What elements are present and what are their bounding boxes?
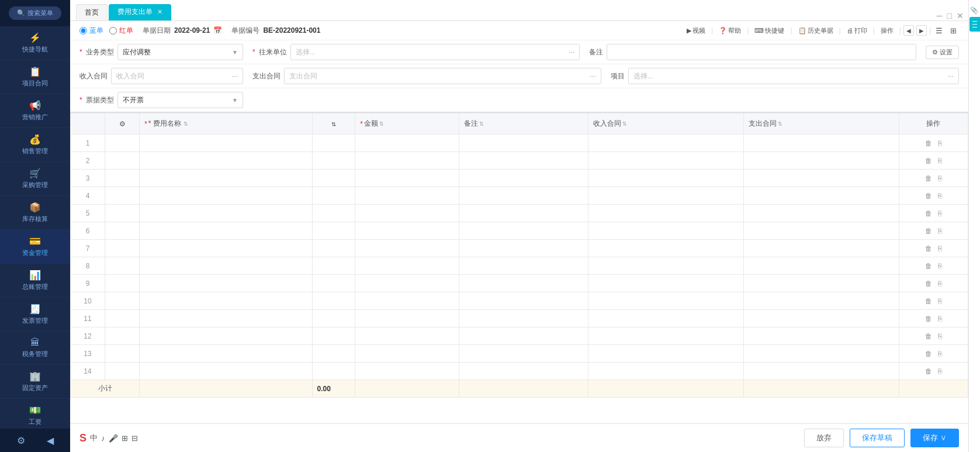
expense-contract-input[interactable]: 支出合同 ··· — [284, 68, 601, 84]
window-close-btn[interactable]: ✕ — [957, 11, 964, 20]
row-delete-btn[interactable]: 🗑 — [925, 209, 932, 218]
row-delete-btn[interactable]: 🗑 — [925, 297, 932, 305]
save-draft-button[interactable]: 保存草稿 — [850, 429, 905, 447]
print-btn[interactable]: 🖨 打印 — [843, 25, 871, 36]
minus-grid-icon[interactable]: ⊟ — [131, 434, 138, 443]
table-row[interactable]: 10 🗑 ⎘ — [71, 292, 968, 310]
sidebar-item-quick-nav[interactable]: ⚡ 快捷导航 — [0, 26, 70, 60]
search-menu[interactable]: 🔍 搜索菜单 — [9, 6, 61, 20]
radio-red[interactable]: 红单 — [109, 26, 133, 36]
row-copy-btn[interactable]: ⎘ — [938, 367, 942, 375]
row-delete-btn[interactable]: 🗑 — [925, 157, 932, 165]
table-row[interactable]: 6 🗑 ⎘ — [71, 222, 968, 240]
settings-btn[interactable]: ⚙ 设置 — [926, 46, 959, 59]
history-btn[interactable]: 📋 历史单据 — [795, 25, 837, 36]
tab-expense[interactable]: 费用支出单 ✕ — [109, 4, 171, 20]
tab-home[interactable]: 首页 — [76, 4, 108, 20]
th-settings[interactable]: ⚙ — [105, 113, 140, 134]
sidebar-item-fixed-assets[interactable]: 🏢 固定资产 — [0, 365, 70, 399]
row-delete-btn[interactable]: 🗑 — [925, 280, 932, 288]
shortcut-btn[interactable]: ⌨ 快捷键 — [751, 25, 788, 36]
table-row[interactable]: 14 🗑 ⎘ — [71, 363, 968, 380]
row-copy-btn[interactable]: ⎘ — [938, 174, 942, 182]
sidebar-item-sales[interactable]: 💰 销售管理 — [0, 128, 70, 162]
row-copy-btn[interactable]: ⎘ — [938, 139, 942, 147]
table-row[interactable]: 9 🗑 ⎘ — [71, 275, 968, 292]
table-row[interactable]: 7 🗑 ⎘ — [71, 240, 968, 257]
window-minimize-btn[interactable]: ─ — [937, 11, 943, 20]
window-maximize-btn[interactable]: □ — [947, 11, 952, 20]
table-row[interactable]: 8 🗑 ⎘ — [71, 257, 968, 275]
table-row[interactable]: 13 🗑 ⎘ — [71, 345, 968, 363]
sidebar-item-tax[interactable]: 🏛 税务管理 — [0, 332, 70, 365]
table-row[interactable]: 12 🗑 ⎘ — [71, 327, 968, 345]
th-income-contract[interactable]: 收入合同 ⇅ — [588, 113, 744, 134]
row-delete-btn[interactable]: 🗑 — [925, 350, 932, 358]
row-copy-btn[interactable]: ⎘ — [938, 262, 942, 270]
project-input[interactable]: 选择... ··· — [628, 68, 960, 84]
sidebar-item-payroll[interactable]: 💵 工资 — [0, 399, 70, 429]
row-delete-btn[interactable]: 🗑 — [925, 262, 932, 270]
table-row[interactable]: 4 🗑 ⎘ — [71, 187, 968, 205]
sidebar-item-ledger[interactable]: 📊 总账管理 — [0, 264, 70, 298]
th-name[interactable]: * * 费用名称 ⇅ — [140, 113, 312, 134]
sidebar-item-marketing[interactable]: 📢 营销推广 — [0, 94, 70, 128]
table-row[interactable]: 11 🗑 ⎘ — [71, 310, 968, 327]
right-cyan-btn[interactable] — [969, 17, 980, 32]
row-delete-btn[interactable]: 🗑 — [925, 332, 932, 340]
row-delete-btn[interactable]: 🗑 — [925, 139, 932, 147]
help-btn[interactable]: ❓ 帮助 — [715, 25, 744, 36]
biz-type-select[interactable]: 应付调整 ▼ — [117, 44, 243, 60]
video-btn[interactable]: ▶ 视频 — [683, 25, 709, 36]
sidebar-item-purchase[interactable]: 🛒 采购管理 — [0, 162, 70, 196]
nav-prev-btn[interactable]: ◀ — [903, 25, 914, 36]
right-attach-icon[interactable]: 📎 — [971, 6, 978, 13]
save-button[interactable]: 保存 ∨ — [910, 429, 959, 447]
row-copy-btn[interactable]: ⎘ — [938, 209, 942, 218]
row-delete-btn[interactable]: 🗑 — [925, 174, 932, 182]
row-delete-btn[interactable]: 🗑 — [925, 315, 932, 323]
row-delete-btn[interactable]: 🗑 — [925, 244, 932, 253]
row-copy-btn[interactable]: ⎘ — [938, 157, 942, 165]
row-copy-btn[interactable]: ⎘ — [938, 227, 942, 235]
grid-icon[interactable]: ⊞ — [122, 434, 128, 443]
music-icon[interactable]: ♪ — [101, 434, 105, 443]
income-contract-input[interactable]: 收入合同 ··· — [111, 68, 243, 84]
row-delete-btn[interactable]: 🗑 — [925, 227, 932, 235]
note-input[interactable] — [607, 44, 916, 60]
row-copy-btn[interactable]: ⎘ — [938, 280, 942, 288]
party-input[interactable]: 选择... ··· — [290, 44, 580, 60]
sidebar-item-invoice[interactable]: 🧾 发票管理 — [0, 298, 70, 332]
th-amount[interactable]: * 金额 ⇅ — [355, 113, 459, 134]
row-copy-btn[interactable]: ⎘ — [938, 350, 942, 358]
sidebar-item-inventory[interactable]: 📦 库存核算 — [0, 196, 70, 230]
invoice-type-select[interactable]: 不开票 ▼ — [117, 92, 243, 108]
table-row[interactable]: 1 🗑 ⎘ — [71, 134, 968, 152]
row-copy-btn[interactable]: ⎘ — [938, 297, 942, 305]
abandon-button[interactable]: 放弃 — [804, 429, 844, 447]
tab-close-btn[interactable]: ✕ — [157, 8, 162, 16]
row-copy-btn[interactable]: ⎘ — [938, 332, 942, 340]
mic-icon[interactable]: 🎤 — [109, 434, 118, 443]
th-note[interactable]: 备注 ⇅ — [459, 113, 588, 134]
table-row[interactable]: 5 🗑 ⎘ — [71, 205, 968, 222]
sidebar-item-capital[interactable]: 💳 资金管理 — [0, 230, 70, 264]
row-copy-btn[interactable]: ⎘ — [938, 192, 942, 200]
th-sort[interactable]: ⇅ — [312, 113, 355, 134]
view-list-btn[interactable]: ☰ — [933, 25, 945, 36]
row-copy-btn[interactable]: ⎘ — [938, 315, 942, 323]
row-copy-btn[interactable]: ⎘ — [938, 244, 942, 253]
nav-next-btn[interactable]: ▶ — [916, 25, 927, 36]
volume-footer-icon[interactable]: ◀ — [47, 435, 54, 446]
sidebar-item-project-contract[interactable]: 📋 项目合同 — [0, 60, 70, 94]
radio-blue[interactable]: 蓝单 — [79, 26, 103, 36]
date-picker-icon[interactable]: 📅 — [213, 26, 222, 34]
settings-footer-icon[interactable]: ⚙ — [17, 435, 25, 446]
row-delete-btn[interactable]: 🗑 — [925, 192, 932, 200]
row-delete-btn[interactable]: 🗑 — [925, 367, 932, 375]
chinese-input-icon[interactable]: 中 — [90, 433, 98, 443]
th-expense-contract[interactable]: 支出合同 ⇅ — [743, 113, 899, 134]
view-grid-btn[interactable]: ⊞ — [947, 25, 959, 36]
table-row[interactable]: 3 🗑 ⎘ — [71, 170, 968, 187]
table-row[interactable]: 2 🗑 ⎘ — [71, 152, 968, 170]
